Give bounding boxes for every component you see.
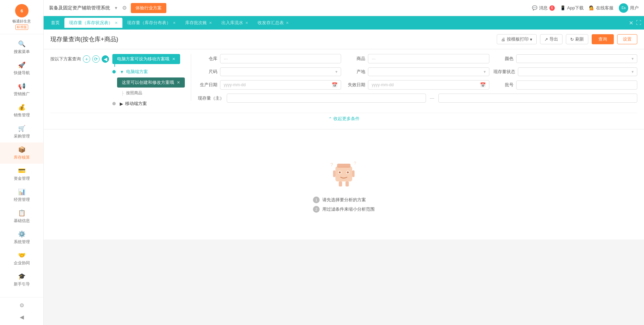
reset-button[interactable]: 设置 xyxy=(617,34,637,44)
system-arrow-icon: ▼ xyxy=(114,6,118,10)
tab-inventory-dist[interactable]: 现存量（库存分布表） ✕ xyxy=(122,18,180,28)
user-action[interactable]: Ea 用户 xyxy=(619,3,639,13)
message-action[interactable]: 💬 消息 6 xyxy=(532,5,555,11)
tab-close-icon[interactable]: ✕ xyxy=(286,21,289,25)
origin-select[interactable]: ▾ xyxy=(368,67,489,76)
stock-main-from-input[interactable] xyxy=(227,94,426,103)
stock-main-label: 现存量（主） xyxy=(197,95,224,101)
refresh-button[interactable]: ↻ 刷新 xyxy=(566,34,588,44)
schema-mobile[interactable]: ▶ 移动端方案 xyxy=(117,99,150,108)
batch-input[interactable] xyxy=(516,80,637,90)
sidebar-item-enterprise[interactable]: 🤝 企业协同 xyxy=(0,248,43,269)
sidebar-item-sales[interactable]: 💰 销售管理 xyxy=(0,100,43,121)
sidebar-item-label: 资金管理 xyxy=(14,176,30,181)
chevron-down-icon: ▾ xyxy=(632,69,634,74)
expire-date-start-input[interactable]: yyyy-mm-dd 📅 xyxy=(368,80,489,90)
svg-rect-3 xyxy=(337,164,351,168)
stock-status-select[interactable]: ▾ xyxy=(518,67,637,76)
collapse-row[interactable]: ⌃ 收起更多条件 xyxy=(50,113,637,124)
batch-label: 批号 xyxy=(493,82,514,88)
tab-inventory-status[interactable]: 现存量（库存状况表） ✕ xyxy=(64,18,122,28)
step-num-1: 1 xyxy=(313,197,320,203)
color-select[interactable]: ▾ xyxy=(516,54,637,63)
goods-input[interactable]: ··· xyxy=(368,54,489,63)
sidebar-item-search[interactable]: 🔍 搜索菜单 xyxy=(0,37,43,58)
schema-pc[interactable]: ▼ 电脑端方案 xyxy=(117,67,151,76)
user-avatar: Ea xyxy=(619,3,628,13)
tab-close-icon[interactable]: ✕ xyxy=(245,21,248,25)
step-num-2: 2 xyxy=(313,206,320,213)
collapse-sidebar-icon[interactable]: ◀ xyxy=(18,313,25,322)
maximize-icon[interactable]: ⛶ xyxy=(636,20,641,26)
sidebar-item-finance[interactable]: 💳 资金管理 xyxy=(0,164,43,185)
sidebar-item-newbie[interactable]: 🎓 新手引导 xyxy=(0,269,43,290)
logo-badge: 标准版 xyxy=(15,24,28,30)
add-schema-button[interactable]: + xyxy=(83,55,90,63)
export-icon: ↗ xyxy=(544,37,548,42)
tooltip-pc-schema: 电脑方案可设为移动方案哦 ✕ xyxy=(112,54,180,64)
svg-point-7 xyxy=(347,171,349,173)
prod-date-label: 生产日期 xyxy=(197,82,217,88)
export-button[interactable]: ↗ 导出 xyxy=(540,34,562,44)
content-area: 现存量查询(按仓库+商品) 🖨 按模板打印 ▾ ↗ 导出 ↻ 刷新 查询 设置 xyxy=(44,30,644,325)
settings-bottom-icon[interactable]: ⚙ xyxy=(18,301,25,310)
app-download-label: App下载 xyxy=(567,5,584,11)
marketing-icon: 📢 xyxy=(18,83,25,90)
gear-icon[interactable]: ⚙ xyxy=(122,5,127,11)
tooltip-create-schema: 这里可以创建和修改方案哦 ✕ xyxy=(117,77,185,88)
stock-main-to-input[interactable] xyxy=(438,94,638,103)
filter-row-3: 生产日期 yyyy-mm-dd 📅 失效日期 yyyy-mm-dd 📅 xyxy=(197,80,637,90)
print-button[interactable]: 🖨 按模板打印 ▾ xyxy=(497,34,537,44)
tooltip-close-icon2[interactable]: ✕ xyxy=(177,80,180,85)
stock-status-label: 现存量状态 xyxy=(493,69,515,75)
tab-close-icon[interactable]: ✕ xyxy=(209,21,212,25)
sidebar-item-basic[interactable]: 📋 基础信息 xyxy=(0,206,43,227)
warehouse-input[interactable]: ··· xyxy=(220,54,341,63)
app-download-action[interactable]: 📱 App下载 xyxy=(560,5,584,11)
sidebar-menu: 🔍 搜索菜单 🚀 快捷导航 📢 营销推广 💰 销售管理 🛒 采购管理 📦 库存核… xyxy=(0,34,43,297)
tooltip-close-icon[interactable]: ✕ xyxy=(172,57,175,61)
tab-batch-ledger[interactable]: 库存批次账 ✕ xyxy=(180,18,217,28)
finance-icon: 💳 xyxy=(18,167,25,174)
expire-date-label: 失效日期 xyxy=(345,82,365,88)
filter-area: 按以下方案查询 + ⟳ ◀ 电脑方案可设为移动方案哦 ✕ xyxy=(44,49,644,129)
sidebar-item-label: 经营管理 xyxy=(14,197,30,203)
sidebar-item-system[interactable]: ⚙️ 系统管理 xyxy=(0,227,43,248)
search-button[interactable]: 查询 xyxy=(592,34,614,44)
trial-button[interactable]: 体验行业方案 xyxy=(131,3,166,13)
topnav-left: 装备及固定资产辅助管理系统 ▼ ⚙ 体验行业方案 xyxy=(49,3,166,13)
content-body: ? ? 1 请先选择要分析的方案 2 用过滤条件来缩小分析范围 xyxy=(44,129,644,239)
user-label: 用户 xyxy=(630,5,639,11)
tab-close-icon[interactable]: ✕ xyxy=(115,21,118,25)
logo-icon: 6 xyxy=(15,4,29,17)
filter-row-4: 现存量（主） — xyxy=(197,94,637,103)
refresh-schema-button[interactable]: ⟳ xyxy=(92,55,100,63)
basic-icon: 📋 xyxy=(18,209,25,217)
sidebar-item-purchase[interactable]: 🛒 采购管理 xyxy=(0,121,43,143)
tab-label: 现存量（库存状况表） xyxy=(69,20,113,26)
print-icon: 🖨 xyxy=(501,37,505,42)
sidebar-item-label: 营销推广 xyxy=(14,91,30,97)
sidebar-item-quick[interactable]: 🚀 快捷导航 xyxy=(0,58,43,79)
online-service-action[interactable]: 💁 在线客服 xyxy=(589,5,613,11)
chevron-down-icon: ▾ xyxy=(530,37,532,42)
sidebar-item-operation[interactable]: 📊 经营管理 xyxy=(0,185,43,206)
sidebar-item-marketing[interactable]: 📢 营销推广 xyxy=(0,79,43,100)
prod-date-start-input[interactable]: yyyy-mm-dd 📅 xyxy=(220,80,341,90)
sidebar-bottom: ⚙ ◀ xyxy=(0,297,43,325)
arrow-schema-button[interactable]: ◀ xyxy=(102,55,109,63)
sidebar-item-inventory[interactable]: 📦 库存核算 xyxy=(0,143,43,164)
warehouse-field: 仓库 ··· xyxy=(197,54,341,63)
tab-home[interactable]: 首页 xyxy=(46,18,64,28)
tab-close-icon[interactable]: ✕ xyxy=(173,21,176,25)
page-actions: 🖨 按模板打印 ▾ ↗ 导出 ↻ 刷新 查询 设置 xyxy=(497,34,637,49)
svg-text:?: ? xyxy=(330,162,333,167)
schema-pc-item[interactable]: ├ 按照商品 xyxy=(118,89,185,97)
close-all-icon[interactable]: ✕ xyxy=(629,20,633,26)
size-select[interactable]: ▾ xyxy=(220,67,341,76)
tab-receive-summary[interactable]: 收发存汇总表 ✕ xyxy=(253,18,293,28)
origin-label: 产地 xyxy=(345,69,365,75)
tab-inout-flow[interactable]: 出入库流水 ✕ xyxy=(217,18,253,28)
stock-status-field: 现存量状态 ▾ xyxy=(493,67,637,76)
enterprise-icon: 🤝 xyxy=(18,252,25,259)
